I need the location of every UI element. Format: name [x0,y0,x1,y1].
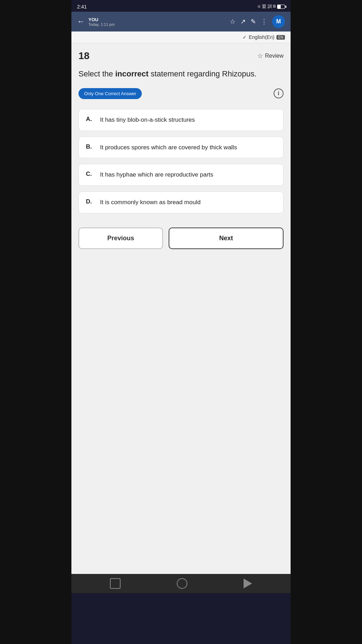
back-button[interactable]: ← [77,17,85,26]
question-text: Select the incorrect statement regarding… [78,69,284,80]
option-a-label: A. [86,116,94,123]
review-button[interactable]: ☆ Review [257,52,284,60]
question-text-prefix: Select the [78,69,115,78]
option-c[interactable]: C. It has hyphae which are reproductive … [78,164,284,186]
nav-buttons: Previous Next [78,228,284,249]
status-bar: 2:41 ⊙ 盟 訓 lli [71,0,291,12]
review-star-icon: ☆ [257,52,263,60]
question-text-suffix: statement regarding Rhizopus. [148,69,257,78]
bottom-nav [71,574,291,593]
question-text-bold: incorrect [115,69,148,78]
option-d-label: D. [86,198,94,205]
question-header: 18 ☆ Review [78,50,284,62]
header-time-label: Today, 1:11 pm [88,22,115,27]
option-b[interactable]: B. It produces spores which are covered … [78,137,284,159]
home-nav-icon[interactable] [110,578,121,589]
review-label: Review [265,53,284,59]
header-right: ☆ ↗ ✎ ⋮ M [230,15,285,28]
check-icon: ✓ [243,34,247,40]
option-d-text: It is commonly known as bread mould [100,198,200,207]
option-a-text: It has tiny blob-on-a-stick structures [100,116,195,124]
option-b-text: It produces spores which are covered by … [100,143,237,152]
next-button[interactable]: Next [169,228,284,249]
header-you-label: YOU [88,17,115,22]
question-number: 18 [78,50,89,62]
language-bar: ✓ English(En) EN [71,31,291,43]
edit-icon[interactable]: ✎ [251,18,256,25]
options-list: A. It has tiny blob-on-a-stick structure… [78,109,284,213]
forward-nav-triangle[interactable] [244,579,252,588]
option-b-label: B. [86,143,94,150]
app-header: ← YOU Today, 1:11 pm ☆ ↗ ✎ ⋮ M [71,12,291,31]
header-user-info: YOU Today, 1:11 pm [88,17,115,27]
user-avatar[interactable]: M [272,15,285,28]
signal-icon: ⊙ 盟 訓 lli [257,4,276,10]
language-label: English(En) [249,34,274,40]
option-c-text: It has hyphae which are reproductive par… [100,171,213,179]
info-icon-button[interactable]: i [274,88,284,98]
option-d[interactable]: D. It is commonly known as bread mould [78,191,284,213]
lang-badge: EN [276,35,285,40]
star-icon[interactable]: ☆ [230,18,235,25]
status-time: 2:41 [77,4,87,10]
back-nav-circle[interactable] [177,578,187,589]
option-c-label: C. [86,171,94,178]
status-icons: ⊙ 盟 訓 lli [257,4,285,10]
battery-icon [277,5,285,9]
main-content: 18 ☆ Review Select the incorrect stateme… [71,43,291,574]
phone-frame: 2:41 ⊙ 盟 訓 lli ← YOU Today, 1:11 pm ☆ ↗ … [71,0,291,644]
language-selector[interactable]: ✓ English(En) EN [243,34,285,40]
answer-type-row: Only One Correct Answer i [78,88,284,99]
answer-type-badge[interactable]: Only One Correct Answer [78,88,142,99]
more-icon[interactable]: ⋮ [261,18,267,25]
share-icon[interactable]: ↗ [240,18,246,25]
previous-button[interactable]: Previous [78,228,163,249]
option-a[interactable]: A. It has tiny blob-on-a-stick structure… [78,109,284,131]
header-left: ← YOU Today, 1:11 pm [77,17,115,27]
